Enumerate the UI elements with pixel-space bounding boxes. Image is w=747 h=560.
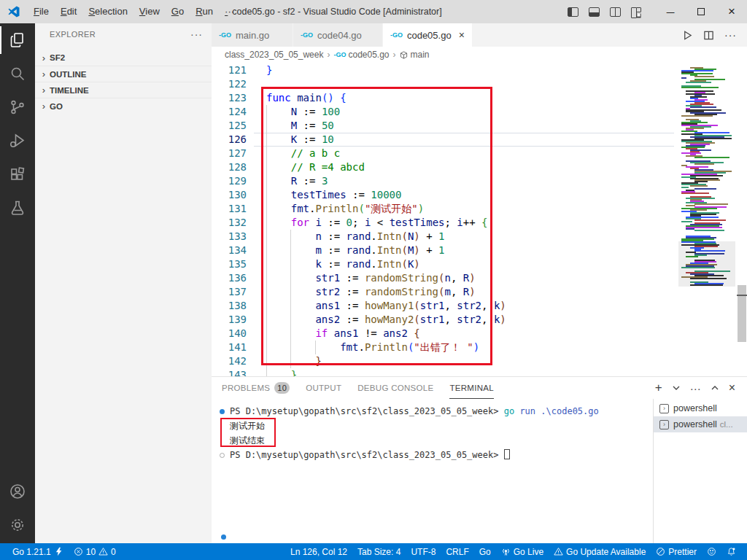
code-line-134[interactable]: 134 m := rand.Intn(M) + 1 — [212, 244, 678, 257]
tab-main-go[interactable]: main.go× — [212, 23, 293, 47]
sidebar-section-go[interactable]: ›GO — [35, 98, 212, 114]
activity-explorer[interactable] — [0, 23, 35, 57]
panel-tab-output[interactable]: OUTPUT — [306, 377, 341, 399]
line-number: 128 — [212, 160, 247, 174]
code-line-132[interactable]: 132 for i := 0; i < testTimes; i++ { — [212, 216, 678, 230]
activity-extensions[interactable] — [0, 158, 35, 191]
line-number: 136 — [212, 271, 247, 285]
maximize-panel-icon[interactable] — [711, 384, 719, 392]
tab-code05-go[interactable]: code05.go× — [383, 23, 473, 47]
activity-run-debug[interactable] — [0, 124, 35, 158]
code-line-121[interactable]: 121} — [212, 63, 678, 77]
maximize-button[interactable] — [686, 0, 716, 23]
code-line-143[interactable]: 143 } — [212, 368, 678, 376]
editor-scrollbar[interactable] — [737, 63, 747, 376]
new-terminal-icon[interactable]: + — [655, 381, 662, 395]
code-line-129[interactable]: 129 R := 3 — [212, 174, 678, 188]
toggle-sidebar-icon[interactable] — [568, 7, 578, 17]
status-go-update[interactable]: Go Update Available — [549, 543, 651, 560]
breadcrumb-item-code05-go[interactable]: code05.go — [333, 50, 389, 60]
terminal[interactable]: PS D:\mysetup\gopath\src\sf2\class_2023_… — [212, 399, 652, 544]
code-line-142[interactable]: 142 } — [212, 354, 678, 368]
status-encoding[interactable]: UTF-8 — [406, 543, 441, 560]
status-prettier[interactable]: Prettier — [651, 543, 702, 560]
explorer-more-actions-icon[interactable]: ··· — [190, 28, 203, 40]
sidebar-section-timeline[interactable]: ›TIMELINE — [35, 82, 212, 98]
status-problems[interactable]: 100 — [69, 543, 121, 560]
activity-search[interactable] — [0, 57, 35, 90]
code-line-136[interactable]: 136 str1 := randomString(n, R) — [212, 271, 678, 285]
status-feedback[interactable] — [702, 543, 721, 560]
panel-tab-debug-console[interactable]: DEBUG CONSOLE — [357, 377, 433, 399]
code-line-124[interactable]: 124 N := 100 — [212, 105, 678, 119]
panel-tab-terminal[interactable]: TERMINAL — [449, 377, 494, 399]
status-eol[interactable]: CRLF — [441, 543, 473, 560]
split-editor-icon[interactable] — [703, 30, 714, 41]
code-line-138[interactable]: 138 ans1 := howMany1(str1, str2, k) — [212, 299, 678, 313]
code-line-131[interactable]: 131 fmt.Println("测试开始") — [212, 202, 678, 216]
activity-testing[interactable] — [0, 191, 35, 225]
status-right: Ln 126, Col 12Tab Size: 4UTF-8CRLFGoGo L… — [285, 543, 747, 560]
activity-accounts[interactable] — [0, 475, 35, 508]
minimize-button[interactable]: ─ — [655, 0, 686, 23]
status-go-version[interactable]: Go 1.21.1 — [7, 543, 69, 560]
activity-settings[interactable] — [0, 508, 35, 542]
menu-edit[interactable]: Edit — [55, 0, 82, 23]
sidebar-section-outline[interactable]: ›OUTLINE — [35, 66, 212, 82]
minimap-slider[interactable] — [678, 241, 735, 287]
code-line-123[interactable]: 123func main() { — [212, 91, 678, 105]
status-indentation[interactable]: Tab Size: 4 — [352, 543, 406, 560]
breadcrumb-item-class_2023_05_05_week[interactable]: class_2023_05_05_week — [225, 50, 323, 60]
code-line-127[interactable]: 127 // a b c — [212, 147, 678, 160]
code-line-141[interactable]: 141 fmt.Println("出错了！ ") — [212, 341, 678, 354]
tab-code04-go[interactable]: code04.go× — [293, 23, 383, 47]
code-line-130[interactable]: 130 testTimes := 10000 — [212, 188, 678, 202]
line-number: 129 — [212, 174, 247, 188]
chevron-right-icon: › — [38, 85, 50, 96]
code-line-128[interactable]: 128 // R =4 abcd — [212, 160, 678, 174]
code-line-125[interactable]: 125 M := 50 — [212, 119, 678, 133]
search-icon — [9, 65, 26, 82]
toggle-panel-icon[interactable] — [589, 7, 600, 17]
split-editor-layout-icon[interactable] — [610, 7, 621, 17]
status-left: Go 1.21.1100 — [0, 543, 121, 560]
line-number: 137 — [212, 285, 247, 299]
close-panel-icon[interactable]: × — [729, 381, 735, 394]
command-decoration-hollow[interactable] — [220, 453, 225, 458]
gear-icon — [9, 516, 26, 534]
code-line-140[interactable]: 140 if ans1 != ans2 { — [212, 327, 678, 341]
line-number: 139 — [212, 313, 247, 327]
status-cursor-position[interactable]: Ln 126, Col 12 — [285, 543, 352, 560]
menu-file[interactable]: File — [28, 0, 55, 23]
status-notifications[interactable] — [721, 543, 741, 560]
panel-more-actions-icon[interactable]: ··· — [690, 382, 701, 394]
menu-selection[interactable]: Selection — [82, 0, 133, 23]
code-line-126[interactable]: 126 K := 10 — [212, 133, 678, 147]
status-language[interactable]: Go — [474, 543, 496, 560]
tab-close-icon[interactable]: × — [459, 29, 465, 41]
run-button[interactable] — [682, 30, 693, 41]
status-go-live[interactable]: Go Live — [496, 543, 549, 560]
line-number: 134 — [212, 244, 247, 257]
customize-layout-icon[interactable] — [631, 7, 642, 17]
code-line-133[interactable]: 133 n := rand.Intn(N) + 1 — [212, 230, 678, 244]
code-line-135[interactable]: 135 k := rand.Intn(K) — [212, 257, 678, 271]
terminal-list-item[interactable]: ›powershell — [654, 400, 747, 416]
terminal-dropdown-icon[interactable] — [672, 384, 681, 392]
code-editor[interactable]: 121}122123func main() {124 N := 100125 M… — [212, 63, 747, 376]
breadcrumb-item-main[interactable]: main — [400, 50, 430, 60]
line-number: 126 — [212, 133, 247, 147]
sidebar-section-sf2[interactable]: ›SF2 — [35, 50, 212, 66]
breadcrumb-separator: › — [393, 50, 396, 60]
code-line-137[interactable]: 137 str2 := randomString(m, R) — [212, 285, 678, 299]
panel-tab-problems[interactable]: PROBLEMS10 — [222, 377, 290, 399]
activity-source-control[interactable] — [0, 90, 35, 124]
code-line-122[interactable]: 122 — [212, 77, 678, 91]
editor-more-actions-icon[interactable]: ··· — [724, 29, 737, 41]
terminal-list-item[interactable]: ›powershellcl... — [654, 416, 747, 432]
command-decoration-filled[interactable] — [220, 409, 225, 414]
code-line-139[interactable]: 139 ans2 := howMany2(str1, str2, k) — [212, 313, 678, 327]
close-button[interactable]: × — [716, 0, 747, 23]
line-number: 142 — [212, 354, 247, 368]
scrollbar-thumb[interactable] — [738, 285, 746, 342]
